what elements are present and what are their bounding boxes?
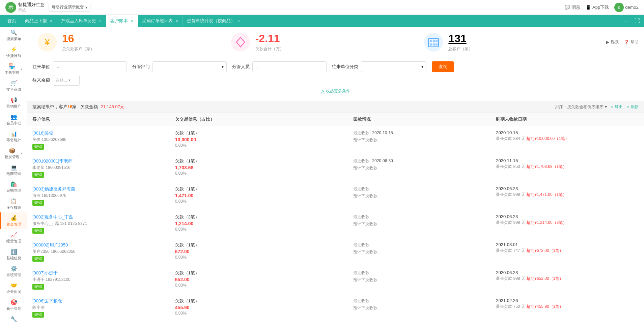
customer-name[interactable]: [0003]畅捷服务尹海燕 — [32, 186, 175, 192]
unit-class-select[interactable]: ▾ — [361, 61, 426, 72]
debt-amount[interactable]: 1,471.00 — [175, 193, 354, 198]
sidebar-item-appstore[interactable]: 🔧 应用中心 — [0, 314, 27, 324]
message-label: 消息 — [571, 4, 580, 10]
stats-actions: ▶ 视频 ❓ 帮助 — [606, 27, 644, 57]
due-date: 2020.10.15 — [496, 130, 639, 135]
debt-amount[interactable]: 652.00 — [175, 277, 354, 282]
video-btn[interactable]: ▶ 视频 — [606, 39, 619, 45]
sidebar-item-collab[interactable]: 🤝 企业协同 — [0, 280, 27, 297]
table-row: [000002]用户2050 用户2050 18665062050 现销 欠款（… — [27, 238, 644, 266]
tab-inventory-history[interactable]: 产成品入库单历史 ✕ — [57, 15, 106, 27]
video-icon: ▶ — [606, 40, 609, 45]
dept-select[interactable]: ▾ — [152, 61, 227, 72]
debt-total: -21,148.07元 — [99, 104, 124, 109]
sidebar-item-ecommerce[interactable]: 💻 电商管理 — [0, 162, 27, 179]
refresh-btn[interactable]: ○ 刷新 — [627, 104, 639, 110]
stat-total-info: 131 总客户（家） — [448, 32, 473, 52]
collapse-btn[interactable]: ⋀ 收起更多条件 — [318, 87, 353, 95]
sidebar-item-system[interactable]: ⚙️ 系统管理 — [0, 263, 27, 280]
sidebar-item-marketing[interactable]: 📢 营销推广 — [0, 94, 27, 111]
customer-phone: 用户2050 18665062050 — [32, 249, 175, 255]
building-icon — [427, 36, 440, 48]
sidebar-item-operations[interactable]: 📈 经营管理 — [0, 229, 27, 246]
sidebar-item-wholesale[interactable]: 📦 批发管理 ▼ — [0, 145, 27, 162]
sidebar-item-basic-info[interactable]: ℹ️ 基础信息 — [0, 246, 27, 263]
search-button[interactable]: 查询 — [432, 61, 454, 72]
overdue-link[interactable]: 超期¥1,214.00（3笔） — [526, 220, 567, 225]
due-date: 2020.06.23 — [496, 214, 639, 219]
sort-selector[interactable]: 排序：按欠款金额倒序排序 ▾ — [555, 104, 607, 110]
table-row: [0002]服务中心_丁磊 服务中心_丁磊 181 0125 8371 现销 欠… — [27, 210, 644, 238]
overdue-amount-value: -2.11 — [255, 32, 284, 45]
person-label: 分管人员 — [232, 64, 250, 70]
sidebar-item-inventory[interactable]: 📋 库存核算 — [0, 196, 27, 212]
tab-purchase-stats[interactable]: 采购订单统计表 ✕ — [138, 15, 183, 27]
customer-name[interactable]: [0002]服务中心_丁磊 — [32, 214, 175, 220]
overdue-link[interactable]: 超期¥1,703.68（1笔） — [526, 164, 567, 169]
message-btn[interactable]: 💬 消息 — [565, 4, 580, 10]
overdue-info: 最长欠款 998 天 超期¥1,471.00（1笔） — [496, 192, 639, 198]
store-selector[interactable]: 母婴行业演示账套 ▾ — [49, 3, 90, 12]
balance-select[interactable]: 选择... ▾ — [53, 75, 80, 86]
customer-name[interactable]: [000002]用户2050 — [32, 242, 175, 248]
from-unit-input[interactable]: ... — [53, 61, 127, 72]
sidebar-item-search[interactable]: 🔍 搜索菜单 — [0, 27, 27, 44]
overdue-link[interactable]: 超期¥10,000.00（1笔） — [526, 136, 569, 141]
filter-from-unit: 往来单位 ... — [32, 61, 127, 72]
recovery-cell: 最近收款2020-10-15 预计下次收款 — [353, 130, 496, 143]
overdue-amount-label: 欠款合计（万） — [255, 46, 284, 52]
debt-amount[interactable]: 672.00 — [175, 249, 354, 254]
sidebar-item-retail-stats[interactable]: 📊 零售统计 — [0, 128, 27, 145]
sidebar-item-newbie[interactable]: 🎯 新手引导 — [0, 297, 27, 314]
next-receipt: 预计下次收款 — [353, 277, 496, 283]
customer-cell: [0001020001]李老师 李老师 18600391516 现销 — [32, 158, 175, 178]
cash-tag: 现销 — [32, 284, 44, 290]
export-btn[interactable]: ○ 导出 — [611, 104, 623, 110]
close-icon[interactable]: ✕ — [50, 19, 53, 23]
header-date: 到期未收款日期 — [496, 116, 639, 122]
debt-pct: 0.00% — [175, 255, 354, 260]
next-receipt: 预计下次收款 — [353, 305, 496, 311]
close-icon[interactable]: ✕ — [99, 19, 102, 23]
overdue-link[interactable]: 超期¥1,471.00（1笔） — [526, 192, 567, 197]
debt-amount[interactable]: 1,214.00 — [175, 221, 354, 226]
inventory-icon: 📋 — [10, 198, 17, 204]
debt-pct: 0.00% — [175, 283, 354, 288]
debt-amount[interactable]: 455.90 — [175, 305, 354, 310]
system-icon: ⚙️ — [10, 265, 17, 272]
tab-home[interactable]: 首页 — [3, 18, 21, 24]
tab-goods-stats[interactable]: 进货单统计表（按商品） ✕ — [183, 15, 245, 27]
customer-phone: 吴俊 13026203696 — [32, 137, 175, 143]
overdue-link[interactable]: 超期¥455.90（1笔） — [526, 304, 563, 309]
overdue-link[interactable]: 超期¥672.00（1笔） — [526, 248, 563, 253]
customer-name[interactable]: [0016]吴俊 — [32, 130, 175, 136]
overdue-amount-icon — [231, 33, 250, 52]
sidebar-item-purchase[interactable]: 🛍️ 采购管理 — [0, 179, 27, 196]
tab-customer-account[interactable]: 客户账本 ✕ — [106, 15, 138, 27]
debt-count: 欠款（3笔） — [175, 214, 354, 220]
customer-name[interactable]: [0001020001]李老师 — [32, 158, 175, 164]
sidebar-item-retail-mall[interactable]: 🛒 零售商城 — [0, 78, 27, 94]
customer-phone: 陈小刚 — [32, 305, 175, 311]
close-icon[interactable]: ✕ — [238, 19, 241, 23]
sidebar-item-finance[interactable]: 💰 资金管理 — [0, 212, 27, 229]
user-profile[interactable]: d demo2 — [614, 3, 639, 12]
sidebar-item-quicknav[interactable]: ⚡ 快捷导航 — [0, 44, 27, 61]
debt-amount[interactable]: 10,000.00 — [175, 137, 354, 142]
window-maximize-icon[interactable]: ⛶ — [633, 18, 641, 24]
svg-rect-6 — [433, 43, 435, 46]
help-btn[interactable]: ❓ 帮助 — [624, 39, 639, 45]
debt-amount[interactable]: 1,703.68 — [175, 165, 354, 170]
download-btn[interactable]: 📱 App下载 — [586, 4, 609, 10]
close-icon[interactable]: ✕ — [131, 19, 134, 23]
customer-name[interactable]: [0007]小进干 — [32, 270, 175, 276]
date-cell: 2020.11.15 最长欠款 853 天 超期¥1,703.68（1笔） — [496, 158, 639, 170]
customer-name[interactable]: [0006]去下粮仓 — [32, 298, 175, 304]
window-minimize-icon[interactable]: — — [622, 18, 631, 24]
tab-product-listing[interactable]: 商品上下架 ✕ — [21, 15, 57, 27]
overdue-link[interactable]: 超期¥652.00（1笔） — [526, 276, 563, 281]
person-input[interactable]: ... — [252, 61, 327, 72]
close-icon[interactable]: ✕ — [175, 19, 178, 23]
sidebar-item-retail-mgmt[interactable]: 🏪 零售管理 ▲ — [0, 61, 27, 78]
sidebar-item-members[interactable]: 👥 会员中心 — [0, 111, 27, 128]
